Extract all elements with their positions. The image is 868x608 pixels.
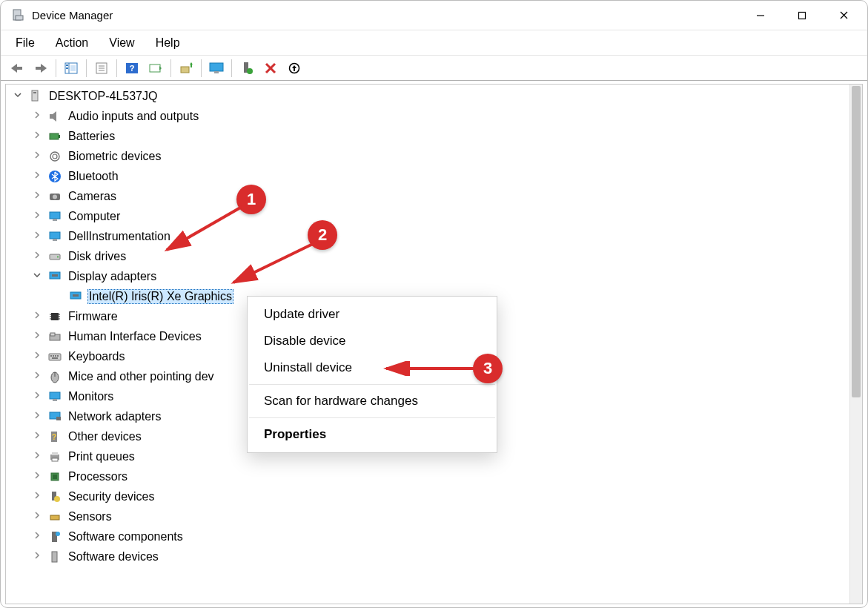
svg-rect-51 [52, 274, 58, 277]
chevron-right-icon[interactable] [33, 511, 44, 523]
chevron-right-icon[interactable] [33, 110, 44, 122]
show-hide-tree-button[interactable] [60, 58, 82, 79]
back-button[interactable] [6, 58, 28, 79]
scan-hardware-toolbar-button[interactable] [145, 58, 167, 79]
chevron-right-icon[interactable] [33, 471, 44, 483]
ctx-update-driver[interactable]: Update driver [248, 301, 497, 328]
tree-node-security[interactable]: Security devices [6, 486, 862, 506]
tree-node-bluetooth[interactable]: Bluetooth [6, 166, 862, 186]
update-driver-toolbar-button[interactable] [175, 58, 197, 79]
tree-label: Display adapters [67, 269, 158, 284]
hid-icon [47, 329, 62, 344]
tree-label: DellInstrumentation [67, 229, 172, 244]
ctx-scan-hardware[interactable]: Scan for hardware changes [248, 388, 497, 414]
tree-root[interactable]: DESKTOP-4L537JQ [6, 86, 862, 106]
svg-marker-6 [11, 64, 17, 73]
chevron-right-icon[interactable] [33, 191, 44, 202]
chevron-right-icon[interactable] [33, 331, 44, 343]
chevron-right-icon[interactable] [33, 151, 44, 162]
menu-help[interactable]: Help [145, 33, 191, 53]
tree-node-disk[interactable]: Disk drives [6, 246, 862, 266]
svg-rect-1 [16, 16, 23, 20]
tree-node-dell[interactable]: DellInstrumentation [6, 226, 862, 246]
chevron-right-icon[interactable] [33, 231, 44, 242]
device-manager-window: Device Manager File Action View Help ? [0, 0, 868, 608]
help-toolbar-button[interactable]: ? [121, 58, 143, 79]
chevron-right-icon[interactable] [33, 351, 44, 363]
svg-rect-66 [55, 355, 56, 357]
svg-rect-68 [52, 357, 58, 359]
tree-label: Network adapters [67, 409, 162, 424]
chevron-right-icon[interactable] [33, 491, 44, 503]
svg-rect-26 [210, 63, 223, 71]
menu-action[interactable]: Action [45, 33, 99, 53]
chevron-down-icon[interactable] [13, 90, 25, 102]
scrollbar-thumb[interactable] [852, 86, 861, 397]
sensor-icon [47, 509, 62, 524]
chevron-right-icon[interactable] [33, 130, 44, 142]
chevron-right-icon[interactable] [33, 371, 44, 383]
svg-rect-27 [214, 71, 219, 73]
ctx-uninstall-device[interactable]: Uninstall device [248, 354, 497, 381]
tree-node-processors[interactable]: Processors [6, 466, 862, 486]
close-button[interactable] [823, 1, 864, 30]
chevron-right-icon[interactable] [33, 391, 44, 403]
svg-marker-33 [292, 65, 296, 71]
properties-toolbar-button[interactable] [90, 58, 113, 79]
scrollbar[interactable] [849, 85, 862, 604]
bluetooth-icon [47, 169, 62, 184]
tree-node-computer[interactable]: Computer [6, 206, 862, 226]
tree-node-biometric[interactable]: Biometric devices [6, 146, 862, 166]
ctx-disable-device[interactable]: Disable device [248, 328, 497, 354]
monitor-icon [47, 389, 62, 404]
monitor-toolbar-button[interactable] [205, 58, 228, 79]
svg-rect-87 [52, 552, 57, 562]
svg-rect-53 [73, 294, 79, 297]
chevron-right-icon[interactable] [33, 551, 44, 563]
svg-point-43 [53, 194, 57, 199]
tree-label: Mice and other pointing dev [67, 369, 216, 384]
chevron-down-icon[interactable] [33, 271, 44, 282]
svg-rect-62 [50, 333, 55, 336]
tree-label: Sensors [67, 509, 113, 524]
svg-marker-36 [50, 111, 56, 122]
svg-rect-71 [50, 392, 60, 399]
tree-node-batteries[interactable]: Batteries [6, 126, 862, 146]
tree-node-swdev[interactable]: Software devices [6, 546, 862, 566]
chevron-right-icon[interactable] [33, 531, 44, 543]
tree-label: Monitors [67, 389, 115, 404]
toolbar-separator [116, 59, 117, 77]
forward-button[interactable] [30, 58, 52, 79]
chevron-right-icon[interactable] [33, 311, 44, 323]
chevron-right-icon[interactable] [33, 411, 44, 423]
tree-label: Software components [67, 529, 185, 544]
chevron-right-icon[interactable] [33, 211, 44, 222]
disable-device-toolbar-button[interactable] [283, 58, 305, 79]
tree-label: Cameras [67, 189, 118, 204]
chevron-right-icon[interactable] [33, 451, 44, 463]
ctx-properties[interactable]: Properties [248, 421, 497, 448]
chevron-right-icon[interactable] [33, 251, 44, 262]
svg-point-29 [247, 68, 253, 74]
tree-node-sensors[interactable]: Sensors [6, 506, 862, 526]
uninstall-device-toolbar-button[interactable] [259, 58, 282, 79]
svg-rect-78 [52, 452, 58, 455]
menu-view[interactable]: View [99, 33, 145, 53]
menu-file[interactable]: File [5, 33, 45, 53]
tree-node-audio[interactable]: Audio inputs and outputs [6, 106, 862, 126]
enable-device-toolbar-button[interactable] [236, 58, 258, 79]
monitor-icon [47, 209, 62, 224]
svg-rect-25 [191, 65, 192, 67]
tree-node-swcomp[interactable]: Software components [6, 526, 862, 546]
tree-label: Other devices [67, 429, 143, 444]
fingerprint-icon [47, 149, 62, 164]
tree-node-display[interactable]: Display adapters [6, 266, 862, 286]
tree-node-cameras[interactable]: Cameras [6, 186, 862, 206]
maximize-button[interactable] [781, 1, 823, 30]
chevron-right-icon[interactable] [33, 171, 44, 182]
tree-label: Human Interface Devices [67, 329, 203, 344]
minimize-button[interactable] [740, 1, 781, 30]
chevron-right-icon[interactable] [33, 431, 44, 443]
svg-point-39 [50, 152, 59, 161]
tree-label: Disk drives [67, 249, 127, 264]
